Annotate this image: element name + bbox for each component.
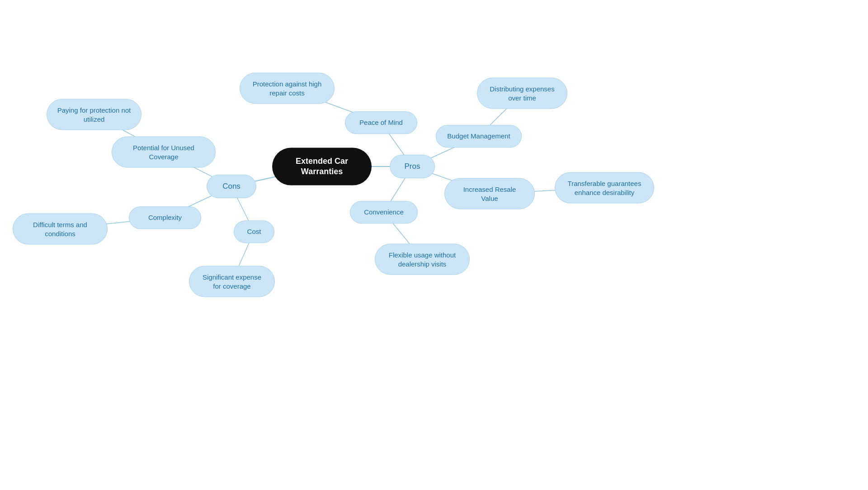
paying-protection-node: Paying for protection not utilized: [47, 99, 142, 130]
complexity-node: Complexity: [129, 206, 201, 229]
difficult-terms-node: Difficult terms and conditions: [13, 214, 108, 245]
potential-unused-node: Potential for Unused Coverage: [112, 137, 216, 168]
increased-resale-node: Increased Resale Value: [444, 178, 535, 209]
flexible-usage-node: Flexible usage without dealership visits: [375, 244, 470, 275]
peace-of-mind-node: Peace of Mind: [345, 111, 417, 134]
protection-repair-node: Protection against high repair costs: [240, 73, 335, 104]
cons-node: Cons: [207, 175, 256, 198]
center-node: Extended Car Warranties: [272, 148, 372, 186]
cost-node: Cost: [234, 220, 274, 243]
budget-management-node: Budget Management: [436, 125, 522, 147]
convenience-node: Convenience: [350, 201, 418, 224]
distributing-expenses-node: Distributing expenses over time: [477, 78, 567, 109]
transferable-guarantees-node: Transferable guarantees enhance desirabi…: [555, 172, 654, 204]
significant-expense-node: Significant expense for coverage: [189, 266, 275, 297]
pros-node: Pros: [390, 155, 435, 178]
